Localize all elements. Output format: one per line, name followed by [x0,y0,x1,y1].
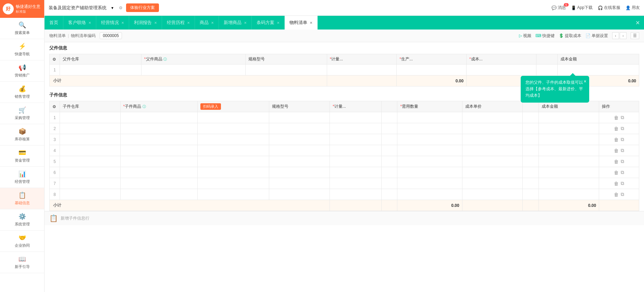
child-cell-unit-cost-7[interactable] [462,178,523,189]
child-cell-product-5[interactable] [120,156,198,167]
child-cell-warehouse-1[interactable] [60,112,121,123]
sidebar-item-search[interactable]: 🔍 搜索菜单 [0,18,44,39]
sidebar-item-finance[interactable]: 💳 资金管理 [0,145,44,167]
tab-profit[interactable]: 利润报告 ✕ [129,16,162,30]
child-cell-unit-cost-1[interactable] [462,112,523,123]
delete-icon-6[interactable]: 🗑 [614,170,619,175]
child-cell-product-1[interactable] [120,112,198,123]
tab-history-close[interactable]: ✕ [187,21,190,25]
child-cell-spec-7[interactable] [269,178,330,189]
child-cell-product-3[interactable] [120,134,198,145]
user-item[interactable]: 👤 用友 [626,5,640,11]
copy-icon-5[interactable]: ⧉ [621,159,624,164]
child-cell-product-8[interactable] [120,189,198,200]
next-arrow[interactable]: › [620,32,627,39]
app-download-item[interactable]: 📱 App下载 [571,5,593,11]
child-cell-warehouse-3[interactable] [60,134,121,145]
list-view-btn[interactable]: ☰ [631,32,639,39]
child-cell-unit-2[interactable] [330,123,381,134]
parent-cell-production-1[interactable] [397,65,467,75]
child-cell-scan-6[interactable] [198,167,269,178]
child-cell-qty-7[interactable] [397,178,462,189]
child-cell-qty-5[interactable] [397,156,462,167]
parent-cell-unit-1[interactable] [327,65,397,75]
child-col-scan[interactable]: 扫码录入 [198,101,269,112]
child-cell-warehouse-4[interactable] [60,145,121,156]
child-cell-spec-8[interactable] [269,189,330,200]
copy-icon-7[interactable]: ⧉ [621,180,624,186]
tab-customer[interactable]: 客户联络 ✕ [63,16,96,30]
cost-action[interactable]: 💲 提取成本 [559,33,581,39]
settings-action[interactable]: 📄 单据设置 [585,33,608,39]
sidebar-item-quick-nav[interactable]: ⚡ 快捷导航 [0,39,44,60]
child-cell-warehouse-2[interactable] [60,123,121,134]
sidebar-item-marketing[interactable]: 📢 营销推广 [0,60,44,82]
sidebar-item-inventory[interactable]: 📦 库存核算 [0,124,44,145]
online-service-item[interactable]: 🎧 在线客服 [598,5,620,11]
sidebar-item-operations[interactable]: 📊 经营管理 [0,167,44,188]
delete-icon-8[interactable]: 🗑 [614,192,619,197]
copy-icon-2[interactable]: ⧉ [621,126,624,131]
tab-bom-close[interactable]: ✕ [310,21,312,25]
parent-col-gear[interactable]: ⚙ [50,54,60,65]
tab-goods-close[interactable]: ✕ [211,21,214,25]
message-item[interactable]: 💬 消息 5 [552,5,566,11]
child-cell-product-7[interactable] [120,178,198,189]
child-cell-unit-cost-8[interactable] [462,189,523,200]
child-cell-unit-5[interactable] [330,156,381,167]
child-cell-qty-3[interactable] [397,134,462,145]
child-cell-unit-cost-6[interactable] [462,167,523,178]
sidebar-item-sales[interactable]: 💰 销售管理 [0,82,44,103]
sidebar-item-basic-info[interactable]: 📋 基础信息 [0,188,44,209]
child-cell-spec-3[interactable] [269,134,330,145]
delete-icon-1[interactable]: 🗑 [614,115,619,120]
child-cell-qty-6[interactable] [397,167,462,178]
child-cell-scan-3[interactable] [198,134,269,145]
tab-new-goods-close[interactable]: ✕ [244,21,247,25]
child-cell-scan-1[interactable] [198,112,269,123]
child-cell-qty-2[interactable] [397,123,462,134]
parent-cell-spec-1[interactable] [245,65,327,75]
copy-icon-3[interactable]: ⧉ [621,137,624,142]
child-cell-unit-3[interactable] [330,134,381,145]
child-cell-unit-cost-5[interactable] [462,156,523,167]
settings-gear-icon[interactable]: ⚙ [119,5,123,10]
delete-icon-7[interactable]: 🗑 [614,181,619,186]
close-all-tabs-button[interactable]: ✕ [631,20,644,26]
child-cell-product-2[interactable] [120,123,198,134]
child-cell-spec-1[interactable] [269,112,330,123]
child-cell-scan-8[interactable] [198,189,269,200]
tab-home[interactable]: 首页 [45,16,63,30]
delete-icon-5[interactable]: 🗑 [614,159,619,164]
child-cell-scan-2[interactable] [198,123,269,134]
child-cell-unit-1[interactable] [330,112,381,123]
view-video-action[interactable]: ▷ 视频 [519,33,531,39]
child-cell-product-6[interactable] [120,167,198,178]
copy-icon-1[interactable]: ⧉ [621,115,624,120]
child-cell-unit-4[interactable] [330,145,381,156]
child-cell-spec-5[interactable] [269,156,330,167]
prev-arrow[interactable]: ‹ [612,32,619,39]
sidebar-item-system[interactable]: ⚙️ 系统管理 [0,209,44,231]
sidebar-item-guide[interactable]: 📖 新手引导 [0,252,44,273]
child-col-gear[interactable]: ⚙ [50,101,60,112]
child-cell-unit-cost-3[interactable] [462,134,523,145]
parent-cell-cost-1[interactable] [467,65,536,75]
tab-goods[interactable]: 商品 ✕ [195,16,219,30]
child-gear-icon[interactable]: ⚙ [52,104,56,109]
child-cell-unit-cost-2[interactable] [462,123,523,134]
child-cell-qty-1[interactable] [397,112,462,123]
copy-icon-8[interactable]: ⧉ [621,191,624,197]
tab-barcode[interactable]: 条码方案 ✕ [252,16,285,30]
child-cell-spec-4[interactable] [269,145,330,156]
tab-barcode-close[interactable]: ✕ [277,21,280,25]
child-cell-scan-7[interactable] [198,178,269,189]
child-cell-unit-6[interactable] [330,167,381,178]
tab-operations-close[interactable]: ✕ [121,21,124,25]
child-cell-qty-4[interactable] [397,145,462,156]
child-cell-warehouse-5[interactable] [60,156,121,167]
delete-icon-4[interactable]: 🗑 [614,148,619,153]
child-cell-product-4[interactable] [120,145,198,156]
tooltip-close-button[interactable]: × [584,78,586,85]
tab-customer-close[interactable]: ✕ [88,21,91,25]
